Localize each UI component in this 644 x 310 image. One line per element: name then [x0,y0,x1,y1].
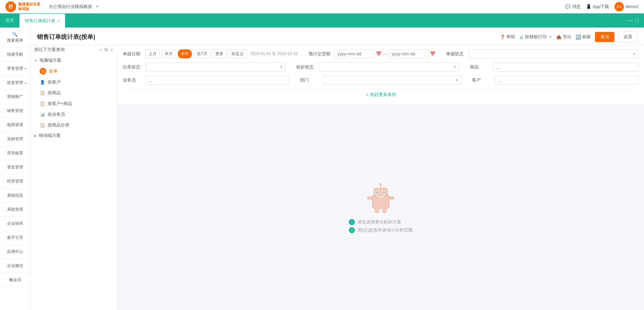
date-btn-last-month[interactable]: 上月 [146,49,160,58]
svg-rect-10 [375,208,379,213]
scheme-item-by-salesman[interactable]: 📊 按业务员 [30,109,117,120]
sidebar-enterprise[interactable]: 企业协同 [0,217,30,231]
date-btn-this-month[interactable]: 本月 [162,49,176,58]
receive-select[interactable] [319,62,459,71]
sidebar-finance[interactable]: 资金管理 [0,160,30,174]
ship-status-wrapper [146,62,285,71]
scheme-item-by-goods-category[interactable]: 📋 按商品分类 [30,120,117,131]
sidebar-system-label: 系统管理 [0,207,30,212]
scheme-item-by-customer[interactable]: 👤 按客户 [30,77,117,88]
sidebar-wholesale[interactable]: 批发管理 [0,76,30,90]
export-button[interactable]: 📤 导出 [556,34,572,40]
status-select[interactable]: 待审核 已审核 已完成 [469,49,639,58]
right-content: 单据日期 上月 本月 本年 近7天 更多 自定义 2023-01-01 至 20… [117,45,644,310]
sidebar-quick-nav[interactable]: 快捷导航 [0,48,30,62]
scheme-settings-icon[interactable]: ⚙ [104,47,108,52]
refresh-button[interactable]: 🔄 刷新 [576,34,591,40]
scheme-group-mobile-arrow: ▶ [34,134,37,138]
scheme-group-pc-title[interactable]: ▼ 电脑端方案 [30,55,117,65]
sidebar-new-guide[interactable]: 新手引导 [0,231,30,245]
sidebar-marketing[interactable]: 营销推广 [0,90,30,104]
salesman-ellipsis-icon[interactable]: ... [149,78,153,83]
page-actions: ❓ 帮助 🖨 按模板打印 ▼ 📤 导出 🔄 刷新 查询 设置 [500,32,637,42]
sidebar-wechat[interactable]: 企业微信 [0,259,30,273]
sidebar-purchase-label: 采购管理 [0,136,30,142]
salesman-input-wrapper[interactable]: ... [146,76,289,85]
collapse-button[interactable]: ∧ 收起更多条件 [123,89,639,100]
scheme-item-by-salesman-icon: 📊 [40,112,45,117]
print-icon: 🖨 [519,35,524,40]
scheme-item-by-goods[interactable]: 📋 按商品 [30,88,117,98]
empty-tip-1: 1 请先选择要分析的方案 [349,219,412,225]
scheme-add-icon[interactable]: + [99,47,102,52]
sidebar-sales-label: 销售管理 [0,108,30,114]
ship-status-select[interactable] [146,62,285,71]
sidebar-search[interactable]: 🔍 搜索菜单 [0,28,30,48]
expected-date-start[interactable] [334,49,375,58]
dept-select[interactable] [323,75,461,85]
tab-maximize-icon[interactable]: □ [635,17,639,23]
goods-input-wrapper[interactable]: ... [493,63,639,71]
date-btn-custom[interactable]: 自定义 [228,49,247,58]
svg-point-4 [376,191,378,193]
sidebar-member[interactable]: 畅会员 [0,273,30,287]
help-button[interactable]: ❓ 帮助 [500,34,515,40]
sidebar-basic-info[interactable]: 基础信息 [0,189,30,203]
scheme-group-pc: ▼ 电脑端方案 按 按单 👤 按客户 📋 [30,55,117,131]
sidebar-operation-label: 经营管理 [0,178,30,184]
sidebar-ecommerce[interactable]: 电商管理 [0,118,30,132]
app-title-dropdown-icon[interactable]: ▼ [96,5,99,8]
scheme-item-by-goods-label: 按商品 [48,90,61,96]
sidebar-app-center[interactable]: 应用中心 [0,245,30,259]
sidebar-basic-info-label: 基础信息 [0,193,30,198]
user-menu[interactable]: Ea demo2 [614,2,639,11]
date-separator: — [383,51,387,56]
logo-text: 畅捷通好生意 标准版 [18,2,40,11]
sidebar-sales[interactable]: 销售管理 [0,104,30,118]
ship-status-label: 出库状态 [123,64,142,70]
tab-home[interactable]: 首页 [0,13,19,28]
tab-close-icon[interactable]: × [57,18,60,23]
sidebar-retail[interactable]: 零售管理 [0,62,30,76]
scheme-item-by-customer-goods[interactable]: 📋 按客户+商品 [30,98,117,109]
goods-ellipsis-icon[interactable]: ... [496,64,500,70]
scheme-item-by-order-icon: 按 [40,68,46,74]
app-download-button[interactable]: 📱 App下载 [586,4,609,10]
scheme-item-by-goods-category-icon: 📋 [40,122,45,128]
filter-area: 单据日期 上月 本月 本年 近7天 更多 自定义 2023-01-01 至 20… [117,45,644,105]
print-button[interactable]: 🖨 按模板打印 ▼ [519,34,552,40]
scheme-item-by-goods-category-label: 按商品分类 [48,122,69,128]
receive-wrapper [319,62,459,71]
message-button[interactable]: 💬 消息 [565,4,581,10]
customer-ellipsis-icon[interactable]: ... [498,78,502,83]
date-btn-this-year[interactable]: 本年 [178,49,192,58]
tab-minimize-icon[interactable]: — [627,17,633,23]
date-btn-more[interactable]: 更多 [212,49,226,58]
scheme-group-mobile-title[interactable]: ▶ 移动端方案 [30,131,117,141]
expected-date-label: 预计交货期 [309,51,330,57]
scheme-item-by-order[interactable]: 按 按单 [30,65,117,77]
dept-label: 部门 [300,77,319,83]
query-button[interactable]: 查询 [595,32,614,42]
download-icon: 📱 [586,4,591,9]
date-buttons: 上月 本月 本年 近7天 更多 自定义 [146,49,247,58]
refresh-icon: 🔄 [576,35,581,40]
sidebar-finance-label: 资金管理 [0,164,30,170]
sidebar-inventory-label: 库存核算 [0,150,30,156]
expected-date-end[interactable] [388,49,429,58]
tab-sales-order-stats[interactable]: 销售订单统计表 × [19,14,65,28]
sidebar-purchase[interactable]: 采购管理 [0,132,30,146]
scheme-collapse-icon[interactable]: « [110,47,113,52]
sidebar-inventory[interactable]: 库存核算 [0,146,30,160]
empty-tip-2: 2 用[过滤]条件来缩小分析范围 [349,227,412,233]
customer-label: 客户 [472,77,491,83]
tab-bar-actions: — □ [627,17,644,23]
settings-button[interactable]: 设置 [619,32,637,42]
app-title: 办公用品行业模拟账套 [49,4,92,10]
sidebar-operation[interactable]: 经营管理 [0,174,30,189]
print-dropdown-icon[interactable]: ▼ [549,35,552,39]
customer-input-wrapper[interactable]: ... [495,76,639,85]
date-btn-last-7[interactable]: 近7天 [194,49,210,58]
main-content: 按以下方案查询 + ⚙ « ▼ 电脑端方案 按 [30,45,644,310]
sidebar-system[interactable]: 系统管理 [0,203,30,217]
